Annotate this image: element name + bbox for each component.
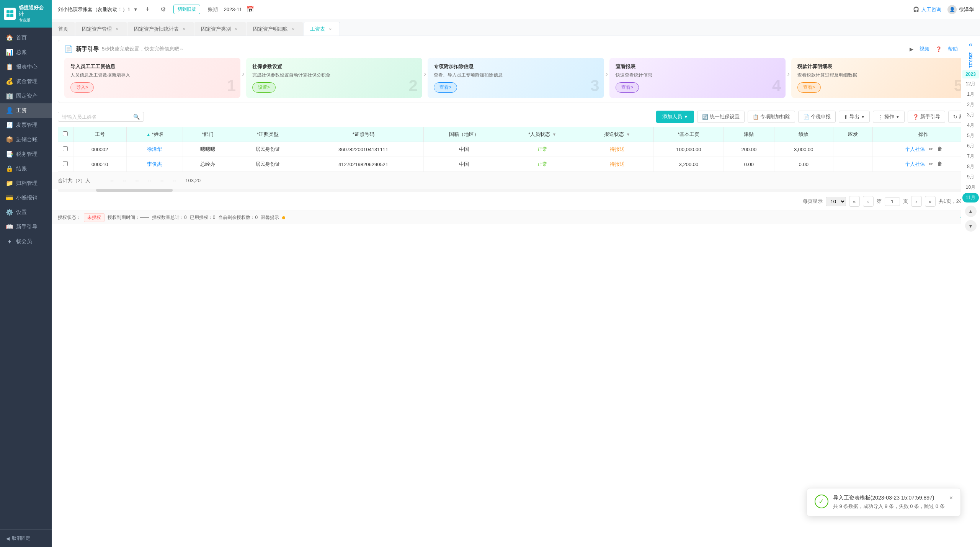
month-9[interactable]: 9月 — [962, 172, 979, 182]
row1-edit-icon[interactable]: ✏ — [929, 146, 933, 152]
export-btn[interactable]: ⬆ 导出 ▼ — [839, 111, 870, 123]
social-security-btn[interactable]: 🔄 统一社保设置 — [697, 111, 745, 123]
month-3[interactable]: 3月 — [962, 110, 979, 120]
tax-report-btn[interactable]: 📄 个税申报 — [798, 111, 836, 123]
close-period-icon: 🔒 — [6, 165, 13, 172]
month-list: 2023 12月 1月 2月 3月 4月 5月 6月 7月 8月 9月 10月 … — [962, 70, 979, 202]
tab-home[interactable]: 首页 — [52, 22, 75, 36]
tab-fixed-depreciation-close[interactable]: × — [181, 26, 187, 32]
calendar-icon[interactable]: 📅 — [247, 6, 254, 13]
sidebar-item-payroll[interactable]: 👤 工资 — [0, 103, 52, 118]
sidebar-item-funds[interactable]: 💰 资金管理 — [0, 74, 52, 89]
tab-fixed-ledger[interactable]: 固定资产明细账 × — [247, 22, 303, 36]
sidebar-item-ledger[interactable]: 📊 总账 — [0, 45, 52, 60]
month-8[interactable]: 8月 — [962, 162, 979, 171]
month-11-current[interactable]: 11月 — [962, 193, 979, 202]
warning-dot-icon — [282, 216, 285, 219]
row2-delete-icon[interactable]: 🗑 — [937, 161, 942, 167]
step4-btn[interactable]: 查看> — [616, 82, 639, 93]
step1-btn[interactable]: 导入> — [70, 82, 94, 93]
row2-edit-icon[interactable]: ✏ — [929, 161, 933, 167]
sidebar-item-close[interactable]: 🔒 结账 — [0, 162, 52, 176]
row2-name-link[interactable]: 李俊杰 — [147, 161, 162, 167]
row2-checkbox[interactable] — [63, 161, 68, 166]
table-wrap: 工号 ▲ *姓名 *部门 *证照类型 *证照号码 — [52, 127, 980, 172]
add-account-button[interactable]: + — [142, 4, 153, 15]
page-number-input[interactable] — [885, 197, 900, 206]
sidebar-item-label-newguide: 新手引导 — [16, 224, 38, 230]
row2-social-security-btn[interactable]: 个人社保 — [903, 161, 926, 168]
month-7[interactable]: 7月 — [962, 152, 979, 161]
row1-checkbox[interactable] — [63, 146, 68, 151]
tab-fixed-category-close[interactable]: × — [233, 26, 239, 32]
right-panel-down-icon[interactable]: ▼ — [965, 220, 977, 232]
tab-fixed-assets[interactable]: 固定资产管理 × — [75, 22, 127, 36]
sidebar-item-member[interactable]: ♦ 畅会员 — [0, 234, 52, 249]
toast-close-btn[interactable]: × — [949, 495, 953, 501]
panel-collapse-btn[interactable]: « — [968, 39, 974, 50]
th-basic-salary: *基本工资 — [653, 127, 724, 142]
pin-icon: ◀ — [6, 536, 10, 541]
account-chevron-icon[interactable]: ▼ — [133, 7, 138, 12]
tab-payroll-table[interactable]: 工资表 × — [304, 22, 340, 36]
month-6[interactable]: 6月 — [962, 141, 979, 151]
month-1[interactable]: 1月 — [962, 90, 979, 99]
sidebar-item-archive[interactable]: 📁 归档管理 — [0, 176, 52, 191]
tab-fixed-category[interactable]: 固定资产类别 × — [194, 22, 246, 36]
month-4[interactable]: 4月 — [962, 121, 979, 130]
toast-success-icon: ✓ — [815, 495, 828, 508]
sidebar-item-home[interactable]: 🏠 首页 — [0, 31, 52, 45]
sidebar-item-report[interactable]: 📋 报表中心 — [0, 60, 52, 74]
month-10[interactable]: 10月 — [962, 183, 979, 192]
step3-btn[interactable]: 查看> — [434, 82, 457, 93]
prev-page-btn[interactable]: ‹ — [863, 196, 874, 207]
th-name: ▲ *姓名 — [126, 127, 183, 142]
month-5[interactable]: 5月 — [962, 131, 979, 140]
search-input[interactable] — [62, 114, 131, 120]
account-settings-button[interactable]: ⚙ — [157, 4, 169, 15]
actions-btn[interactable]: ⋮ 操作 ▼ — [873, 111, 905, 123]
summary-dash-6: -- — [168, 176, 181, 185]
status-filter-icon[interactable]: ▼ — [552, 132, 557, 137]
row1-delete-icon[interactable]: 🗑 — [937, 146, 942, 152]
sidebar-item-inventory[interactable]: 📦 进销台账 — [0, 132, 52, 147]
sidebar-item-expense[interactable]: 💳 小畅报销 — [0, 191, 52, 205]
last-page-btn[interactable]: » — [925, 196, 936, 207]
tab-fixed-ledger-close[interactable]: × — [290, 26, 296, 32]
sidebar-item-fixed[interactable]: 🏢 固定资产 — [0, 89, 52, 103]
sidebar-item-invoice[interactable]: 🧾 发票管理 — [0, 118, 52, 132]
page-size-select[interactable]: 10 20 50 — [826, 197, 846, 206]
month-year-2023[interactable]: 2023 — [962, 70, 979, 78]
switch-version-button[interactable]: 切到旧版 — [173, 5, 200, 14]
month-12[interactable]: 12月 — [962, 79, 979, 89]
th-nationality: 国籍（地区） — [424, 127, 504, 142]
search-icon[interactable]: 🔍 — [133, 114, 140, 120]
step2-btn[interactable]: 设置> — [252, 82, 276, 93]
horizontal-scrollbar[interactable] — [58, 189, 974, 192]
service-btn[interactable]: 🎧 人工咨询 — [913, 6, 941, 13]
right-panel-up-icon[interactable]: ▲ — [965, 206, 977, 217]
step5-btn[interactable]: 查看> — [797, 82, 821, 93]
tab-fixed-depreciation[interactable]: 固定资产折旧统计表 × — [127, 22, 194, 36]
summary-dash-3: -- — [131, 176, 144, 185]
send-status-filter-icon[interactable]: ▼ — [626, 132, 630, 137]
sidebar-item-tax[interactable]: 📑 税务管理 — [0, 147, 52, 162]
special-deduction-btn[interactable]: 📋 专项附加扣除 — [748, 111, 795, 123]
sidebar-item-newguide[interactable]: 📖 新手引导 — [0, 220, 52, 234]
row1-social-security-btn[interactable]: 个人社保 — [903, 146, 926, 153]
add-employee-button[interactable]: 添加人员 ▼ — [656, 111, 694, 123]
guide-step-3: 3 专项附加扣除信息 查看、导入员工专项附加扣除信息 查看> — [428, 58, 604, 98]
month-2[interactable]: 2月 — [962, 100, 979, 109]
guide-video-btn[interactable]: 视频 — [920, 46, 929, 52]
sidebar-item-settings[interactable]: ⚙️ 设置 — [0, 205, 52, 220]
sidebar-pin-btn[interactable]: ◀ 取消固定 — [3, 533, 49, 544]
select-all-checkbox[interactable] — [63, 131, 68, 136]
right-panel: « 2023.11 2023 12月 1月 2月 3月 4月 5月 6月 7月 … — [961, 36, 980, 235]
guide-help-btn[interactable]: 帮助 — [948, 46, 958, 52]
tab-fixed-assets-close[interactable]: × — [114, 26, 120, 32]
row1-name-link[interactable]: 徐泽华 — [147, 146, 162, 152]
first-page-btn[interactable]: « — [849, 196, 860, 207]
next-page-btn[interactable]: › — [911, 196, 922, 207]
guide-btn[interactable]: ❓ 新手引导 — [908, 111, 945, 123]
tab-payroll-table-close[interactable]: × — [327, 26, 333, 32]
